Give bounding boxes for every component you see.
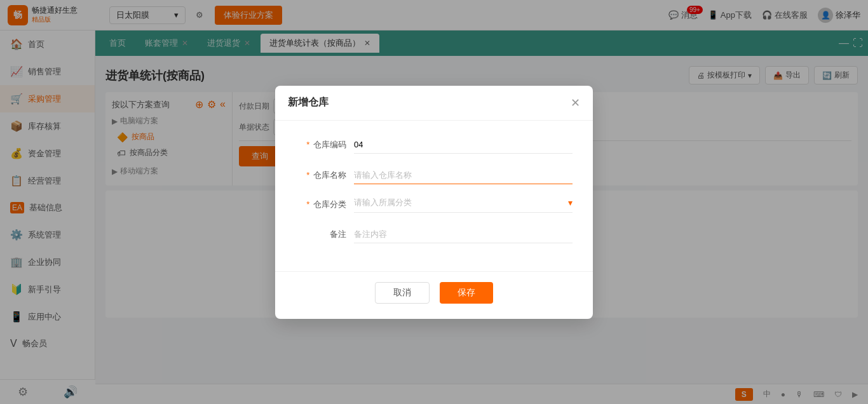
modal-overlay: 新增仓库 ✕ * 仓库编码 * 仓库名称 — [0, 0, 868, 404]
category-select[interactable]: 请输入所属分类 ▾ — [354, 197, 573, 213]
form-row-code: * 仓库编码 — [295, 136, 573, 154]
save-button[interactable]: 保存 — [440, 282, 493, 304]
remark-input[interactable] — [354, 226, 573, 243]
name-label: * 仓库名称 — [295, 170, 346, 181]
warehouse-code-input[interactable] — [354, 136, 573, 154]
code-label: * 仓库编码 — [295, 139, 346, 151]
modal-title: 新增仓库 — [288, 96, 329, 109]
modal-body: * 仓库编码 * 仓库名称 * 仓库分类 请输入 — [275, 121, 593, 271]
warehouse-name-input[interactable] — [354, 166, 573, 184]
required-star-category: * — [306, 199, 309, 209]
remark-label: 备注 — [295, 229, 346, 240]
category-label: * 仓库分类 — [295, 199, 346, 210]
form-row-name: * 仓库名称 — [295, 166, 573, 184]
required-star-name: * — [306, 170, 309, 180]
required-star-code: * — [306, 140, 309, 149]
cancel-button[interactable]: 取消 — [375, 282, 430, 304]
modal-footer: 取消 保存 — [275, 271, 593, 319]
modal-close-button[interactable]: ✕ — [571, 96, 580, 110]
category-dropdown-icon: ▾ — [568, 198, 573, 208]
form-row-remark: 备注 — [295, 226, 573, 243]
modal-header: 新增仓库 ✕ — [275, 86, 593, 121]
add-warehouse-modal: 新增仓库 ✕ * 仓库编码 * 仓库名称 — [275, 86, 593, 319]
form-row-category: * 仓库分类 请输入所属分类 ▾ — [295, 197, 573, 213]
